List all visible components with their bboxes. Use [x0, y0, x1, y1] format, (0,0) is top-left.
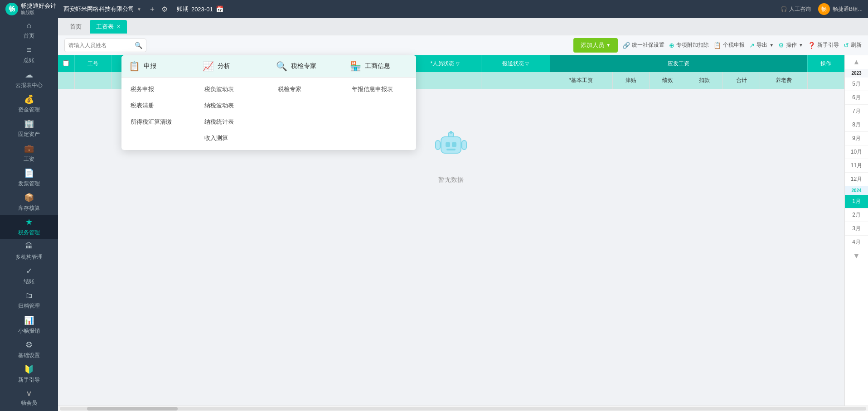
tab-close-button[interactable]: ✕ — [116, 24, 121, 29]
business-icon: 🏪 — [350, 61, 361, 72]
month-2023-6[interactable]: 6月 — [845, 91, 868, 105]
status-filter-icon[interactable]: ▽ — [456, 61, 460, 66]
company-selector[interactable]: 西安虾米网络科技有限公司 ▼ — [63, 5, 141, 13]
tax-check-expert-item[interactable]: 税检专家 — [269, 81, 343, 97]
add-person-button[interactable]: 添加人员 ▼ — [573, 38, 618, 53]
scrollbar-thumb[interactable] — [87, 407, 178, 411]
topbar-right: 🎧 人工咨询 畅 畅捷通B组... — [781, 3, 863, 15]
refresh-icon: ↺ — [844, 42, 849, 49]
guide-button[interactable]: ❓ 新手引导 — [808, 41, 839, 49]
refresh-button[interactable]: ↺ 刷新 — [844, 41, 862, 49]
no-data-icon — [433, 125, 469, 169]
refresh-label: 刷新 — [851, 41, 862, 49]
month-2023-8[interactable]: 8月 — [845, 118, 868, 132]
svg-rect-6 — [436, 140, 440, 150]
special-deduct-label: 专项附加扣除 — [676, 41, 709, 49]
ledger-icon: ≡ — [27, 45, 32, 55]
tab-home-label: 首页 — [70, 23, 82, 31]
month-2024-4[interactable]: 4月 — [845, 236, 868, 249]
export-button[interactable]: ↗ 导出 ▼ — [749, 41, 774, 49]
sidebar-item-salary[interactable]: 💼 工资 — [0, 141, 58, 165]
sidebar-item-guide[interactable]: 🔰 新手引导 — [0, 362, 58, 387]
annual-report-item[interactable]: 年报信息申报表 — [343, 81, 417, 97]
declaration-items: 税务申报 税表清册 所得税汇算清缴 — [121, 77, 195, 134]
fund-icon: 💰 — [24, 94, 34, 104]
logo-title: 畅捷通好会计 — [21, 2, 56, 10]
report-filter-icon[interactable]: ▽ — [525, 61, 529, 66]
sub-check-col — [58, 72, 74, 89]
income-simulate-item[interactable]: 收入测算 — [195, 130, 269, 146]
sub-basic-salary: *基本工资 — [550, 72, 612, 89]
sidebar-home-label: 首页 — [24, 32, 34, 40]
month-2023-11[interactable]: 11月 — [845, 159, 868, 173]
month-2023-12[interactable]: 12月 — [845, 173, 868, 186]
personal-tax-button[interactable]: 📋 个税申报 — [713, 41, 745, 49]
tab-home[interactable]: 首页 — [63, 20, 88, 34]
calendar-icon[interactable]: 📅 — [216, 5, 223, 13]
tax-declaration-item[interactable]: 税务申报 — [121, 81, 195, 97]
select-all-checkbox[interactable] — [63, 60, 69, 66]
month-2024-1[interactable]: 1月 — [845, 195, 868, 208]
sidebar-cloud-label: 云报表中心 — [15, 82, 43, 89]
service-label: 人工咨询 — [789, 5, 811, 13]
logo-subtitle: 旗舰版 — [21, 10, 56, 16]
sidebar-item-archive[interactable]: 🗂 归档管理 — [0, 288, 58, 313]
sub-deduction: 扣款 — [686, 72, 723, 89]
month-2023-9[interactable]: 9月 — [845, 132, 868, 145]
sidebar-item-tax[interactable]: ★ 税务管理 — [0, 215, 58, 239]
sidebar-item-multi-org[interactable]: 🏛 多机构管理 — [0, 239, 58, 264]
main-layout: ⌂ 首页 ≡ 总账 ☁ 云报表中心 💰 资金管理 🏢 固定资产 💼 工资 📄 发… — [0, 18, 868, 411]
tab-salary-table[interactable]: 工资表 ✕ — [90, 20, 127, 34]
add-company-button[interactable]: ＋ — [149, 5, 156, 14]
sidebar-item-fixed-assets[interactable]: 🏢 固定资产 — [0, 116, 58, 141]
sidebar-item-invoice[interactable]: 📄 发票管理 — [0, 165, 58, 190]
tax-wave-item[interactable]: 纳税波动表 — [195, 97, 269, 114]
sidebar-member-label: 畅会员 — [21, 399, 37, 407]
operations-icon: ⚙ — [778, 42, 784, 49]
month-2024-3[interactable]: 3月 — [845, 222, 868, 236]
logo-icon: 畅 — [5, 3, 18, 15]
operations-arrow-icon: ▼ — [799, 43, 803, 48]
date-nav-up-button[interactable]: ▲ — [852, 57, 861, 67]
month-2023-5[interactable]: 5月 — [845, 77, 868, 91]
sidebar-guide-label: 新手引导 — [18, 376, 40, 384]
sidebar-settings-label: 基础设置 — [18, 352, 40, 359]
topbar-actions: ＋ ⚙ — [149, 5, 168, 14]
logo-text-block: 畅捷通好会计 旗舰版 — [21, 2, 56, 16]
sidebar-item-ledger[interactable]: ≡ 总账 — [0, 43, 58, 67]
sidebar-item-inventory[interactable]: 📦 库存核算 — [0, 190, 58, 214]
inventory-icon: 📦 — [24, 193, 34, 203]
operations-button[interactable]: ⚙ 操作 ▼ — [778, 41, 803, 49]
sidebar-item-cloud-report[interactable]: ☁ 云报表中心 — [0, 67, 58, 92]
month-2023-7[interactable]: 7月 — [845, 105, 868, 118]
scrollbar-track[interactable] — [60, 407, 866, 411]
month-2023-10[interactable]: 10月 — [845, 145, 868, 159]
social-security-button[interactable]: 🔗 统一社保设置 — [622, 41, 664, 49]
sidebar-item-close-account[interactable]: ✓ 结账 — [0, 264, 58, 288]
sidebar-item-settings[interactable]: ⚙ 基础设置 — [0, 337, 58, 362]
search-icon[interactable]: 🔍 — [135, 42, 142, 49]
sidebar-item-home[interactable]: ⌂ 首页 — [0, 18, 58, 43]
sidebar-item-fund[interactable]: 💰 资金管理 — [0, 92, 58, 116]
search-input[interactable] — [68, 42, 132, 48]
customer-service-button[interactable]: 🎧 人工咨询 — [781, 5, 811, 13]
tax-burden-item[interactable]: 税负波动表 — [195, 81, 269, 97]
date-nav-down-button[interactable]: ▼ — [852, 251, 861, 261]
checkbox-header[interactable] — [58, 55, 74, 72]
tax-table-clearance-item[interactable]: 税表清册 — [121, 97, 195, 114]
archive-icon: 🗂 — [25, 291, 33, 300]
sidebar-item-expense[interactable]: 📊 小畅报销 — [0, 313, 58, 337]
user-menu[interactable]: 畅 畅捷通B组... — [818, 3, 863, 15]
analysis-items: 税负波动表 纳税波动表 纳税统计表 收入测算 — [195, 77, 269, 150]
sidebar-item-member[interactable]: V 畅会员 — [0, 387, 58, 411]
sidebar-assets-label: 固定资产 — [18, 131, 40, 138]
special-deduct-button[interactable]: ⊕ 专项附加扣除 — [669, 41, 709, 49]
business-items: 年报信息申报表 — [343, 77, 417, 101]
th-status: *人员状态 ▽ — [408, 55, 481, 72]
sidebar-fund-label: 资金管理 — [18, 106, 40, 114]
income-tax-settlement-item[interactable]: 所得税汇算清缴 — [121, 114, 195, 130]
dropdown-declaration-col: 📋 申报 税务申报 税表清册 所得税汇算清缴 — [121, 55, 195, 150]
month-2024-2[interactable]: 2月 — [845, 208, 868, 222]
tax-stats-item[interactable]: 纳税统计表 — [195, 114, 269, 130]
settings-button[interactable]: ⚙ — [161, 5, 168, 14]
